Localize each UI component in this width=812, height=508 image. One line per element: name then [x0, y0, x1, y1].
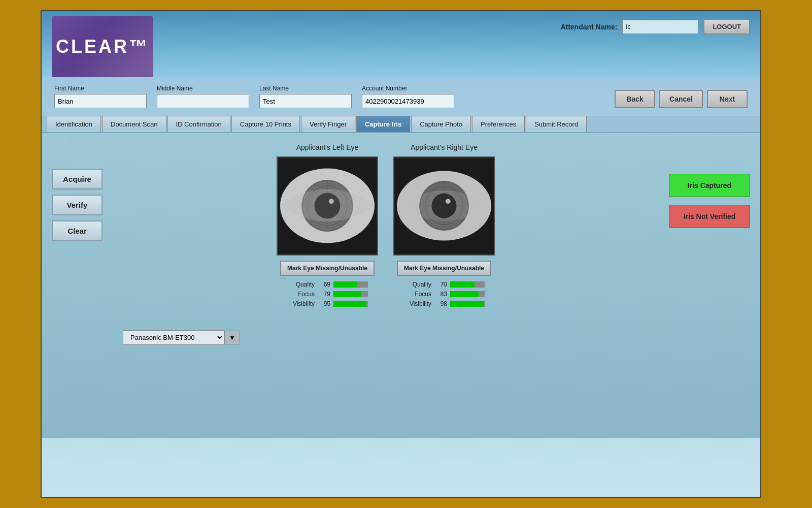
right-quality-bar [450, 281, 475, 288]
logo-area: CLEAR™ [52, 16, 153, 77]
last-name-input[interactable] [259, 94, 352, 108]
account-number-label: Account Number [362, 85, 454, 92]
left-eye-column: Applicant's Left Eye [277, 143, 378, 307]
camera-selector: Panasonic BM-ET300Other Camera ▼ [113, 330, 659, 345]
right-quality-value: 70 [434, 281, 447, 288]
right-focus-value: 83 [434, 291, 447, 298]
select-arrow-icon: ▼ [224, 331, 240, 344]
right-focus-row: Focus 83 [403, 291, 485, 298]
verify-button[interactable]: Verify [52, 195, 103, 215]
attendant-label: Attendant Name: [560, 23, 617, 31]
app-container: CLEAR™ Attendant Name: LOGOUT First Name… [41, 10, 761, 498]
left-quality-bar [333, 281, 357, 288]
right-visibility-bar-bg [450, 301, 485, 307]
right-status: Iris Captured Iris Not Verified [669, 143, 750, 428]
logout-button[interactable]: LOGOUT [703, 19, 750, 35]
header: CLEAR™ Attendant Name: LOGOUT [42, 11, 760, 77]
last-name-label: Last Name [259, 85, 352, 92]
back-button[interactable]: Back [615, 90, 655, 108]
left-visibility-row: Visibility 95 [287, 300, 368, 307]
left-eye-title: Applicant's Left Eye [296, 143, 359, 151]
attendant-area: Attendant Name: LOGOUT [560, 19, 750, 35]
middle-name-field: Middle Name [157, 85, 249, 108]
logo-text: CLEAR™ [56, 36, 149, 57]
tab-verify-finger[interactable]: Verify Finger [301, 116, 355, 132]
right-eye-image [393, 156, 495, 256]
mark-right-eye-button[interactable]: Mark Eye Missing/Unusable [397, 261, 491, 276]
right-quality-bar-bg [450, 281, 485, 288]
left-quality-value: 69 [318, 281, 330, 288]
tab-submit-record[interactable]: Submit Record [526, 116, 587, 132]
clear-button[interactable]: Clear [52, 220, 103, 241]
first-name-input[interactable] [54, 94, 147, 108]
cancel-button[interactable]: Cancel [659, 90, 703, 108]
right-visibility-bar [450, 301, 484, 307]
tab-capture-10-prints[interactable]: Capture 10 Prints [231, 116, 300, 132]
left-focus-row: Focus 79 [287, 291, 368, 298]
left-quality-row: Quality 69 [287, 281, 368, 288]
left-controls: Acquire Verify Clear [52, 143, 103, 428]
tab-document-scan[interactable]: Document Scan [102, 116, 166, 132]
right-quality-label: Quality [403, 281, 431, 288]
left-focus-label: Focus [287, 291, 315, 298]
last-name-field: Last Name [259, 85, 352, 108]
left-quality-bar-bg [333, 281, 368, 288]
left-visibility-label: Visibility [287, 300, 315, 307]
left-eye-metrics: Quality 69 Focus 79 [287, 281, 368, 307]
left-eye-svg [278, 157, 377, 255]
right-visibility-label: Visibility [403, 300, 431, 307]
tabs-section: Identification Document Scan ID Confirma… [42, 116, 760, 133]
middle-name-input[interactable] [157, 94, 249, 108]
left-visibility-value: 95 [318, 300, 330, 307]
form-section: First Name Middle Name Last Name Account… [42, 77, 760, 116]
next-button[interactable]: Next [707, 90, 748, 108]
left-focus-value: 79 [318, 291, 330, 298]
right-eye-metrics: Quality 70 Focus 83 [403, 281, 485, 307]
right-eye-column: Applicant's Right Eye [393, 143, 495, 307]
left-focus-bar-bg [333, 291, 368, 297]
tab-preferences[interactable]: Preferences [472, 116, 525, 132]
acquire-button[interactable]: Acquire [52, 169, 103, 189]
tab-capture-iris[interactable]: Capture Iris [356, 116, 410, 132]
right-focus-bar [450, 291, 479, 297]
middle-name-label: Middle Name [157, 85, 249, 92]
left-quality-label: Quality [287, 281, 315, 288]
right-focus-bar-bg [450, 291, 485, 297]
right-focus-label: Focus [403, 291, 431, 298]
tab-capture-photo[interactable]: Capture Photo [411, 116, 471, 132]
iris-not-verified-badge: Iris Not Verified [669, 205, 750, 228]
right-eye-title: Applicant's Right Eye [411, 143, 478, 151]
left-eye-image [277, 156, 378, 256]
eyes-section: Applicant's Left Eye [113, 143, 659, 428]
account-number-field: Account Number [362, 85, 454, 108]
account-number-input[interactable] [362, 94, 454, 108]
right-eye-svg [394, 157, 494, 255]
tab-identification[interactable]: Identification [47, 116, 101, 132]
eyes-grid: Applicant's Left Eye [113, 143, 659, 307]
right-quality-row: Quality 70 [403, 281, 485, 288]
main-content: Acquire Verify Clear Applicant's Left Ey… [42, 133, 760, 438]
left-focus-bar [333, 291, 361, 297]
mark-left-eye-button[interactable]: Mark Eye Missing/Unusable [280, 261, 375, 276]
first-name-field: First Name [54, 85, 147, 108]
tab-id-confirmation[interactable]: ID Confirmation [167, 116, 230, 132]
right-visibility-row: Visibility 98 [403, 300, 485, 307]
left-visibility-bar-bg [333, 301, 368, 307]
left-visibility-bar [333, 301, 366, 307]
iris-captured-badge: Iris Captured [669, 174, 750, 197]
attendant-name-input[interactable] [622, 20, 698, 34]
camera-select[interactable]: Panasonic BM-ET300Other Camera [123, 330, 224, 345]
nav-buttons: Back Cancel Next [615, 90, 748, 108]
right-visibility-value: 98 [434, 300, 447, 307]
first-name-label: First Name [54, 85, 147, 92]
